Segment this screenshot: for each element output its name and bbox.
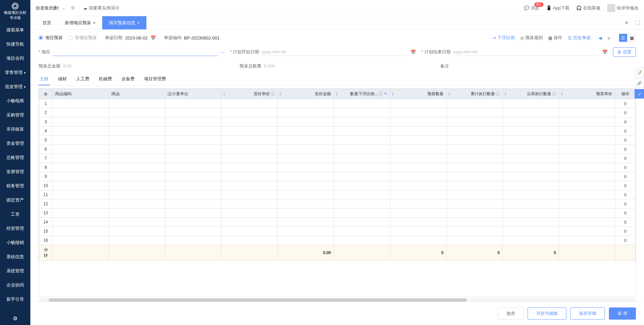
- cell[interactable]: [559, 136, 615, 145]
- sort-icon[interactable]: ▲▼: [560, 92, 563, 96]
- cell[interactable]: [559, 209, 615, 218]
- column-header-8[interactable]: ▲▼出库执行数量ⓘ: [503, 89, 559, 99]
- category-tab-2[interactable]: 人工费: [75, 73, 91, 85]
- cell[interactable]: [165, 209, 221, 218]
- cell[interactable]: [221, 145, 278, 154]
- cell[interactable]: [109, 218, 165, 227]
- column-header-7[interactable]: ▲▼累计执行数量ⓘ: [446, 89, 503, 99]
- cell[interactable]: [334, 99, 390, 108]
- cell[interactable]: [221, 154, 278, 163]
- column-header-2[interactable]: ▲▼主计量单位: [165, 89, 221, 99]
- view-grid-icon[interactable]: ▦: [628, 34, 636, 42]
- cell[interactable]: [165, 236, 221, 245]
- cell[interactable]: [559, 190, 615, 199]
- demo-link[interactable]: ☁ 我要看实例演示: [83, 5, 119, 11]
- cell[interactable]: [559, 108, 615, 117]
- cell[interactable]: [221, 136, 278, 145]
- category-tab-1[interactable]: 辅材: [57, 73, 68, 85]
- cell[interactable]: [446, 218, 503, 227]
- cell[interactable]: [446, 199, 503, 209]
- delete-icon[interactable]: 🗑: [623, 110, 627, 115]
- cell[interactable]: [165, 117, 221, 127]
- float-expand-icon[interactable]: ⤢: [635, 89, 644, 99]
- cell[interactable]: [278, 163, 334, 172]
- save-template-button[interactable]: 另存为模板: [528, 307, 566, 320]
- table-row[interactable]: 16🗑: [39, 236, 636, 245]
- cell[interactable]: [221, 227, 278, 236]
- cell[interactable]: [503, 181, 559, 190]
- table-row[interactable]: 4🗑: [39, 127, 636, 136]
- cell[interactable]: [109, 117, 165, 127]
- cell[interactable]: [221, 117, 278, 127]
- cell[interactable]: [503, 218, 559, 227]
- delete-icon[interactable]: 🗑: [623, 156, 627, 161]
- cell[interactable]: [559, 236, 615, 245]
- cell[interactable]: [503, 163, 559, 172]
- help-icon[interactable]: ⓘ: [552, 91, 556, 96]
- close-icon[interactable]: ×: [137, 21, 140, 25]
- cell[interactable]: [390, 209, 446, 218]
- cell[interactable]: [390, 181, 446, 190]
- nav-item-0[interactable]: 搜索菜单: [0, 23, 30, 37]
- remark-input[interactable]: [452, 62, 636, 70]
- cell[interactable]: [503, 236, 559, 245]
- cell[interactable]: [390, 145, 446, 154]
- cell[interactable]: [334, 236, 390, 245]
- sort-icon[interactable]: ▲▼: [448, 92, 451, 96]
- cell[interactable]: [446, 136, 503, 145]
- nav-item-15[interactable]: 小畅报销: [0, 236, 30, 250]
- cell[interactable]: [109, 190, 165, 199]
- cell[interactable]: [278, 227, 334, 236]
- cell[interactable]: [559, 127, 615, 136]
- app-download-button[interactable]: 📱 App下载: [546, 5, 569, 11]
- cell[interactable]: [165, 172, 221, 181]
- doc-date-value[interactable]: 2023-06-02: [125, 35, 148, 40]
- delete-icon[interactable]: 🗑: [623, 211, 627, 215]
- cell[interactable]: [446, 108, 503, 117]
- float-ratio-link[interactable]: ≡ 下浮比例: [493, 35, 515, 41]
- nav-item-12[interactable]: 固定资产: [0, 193, 30, 207]
- settings-button[interactable]: ⚙ 设置: [613, 47, 636, 57]
- cell[interactable]: [446, 227, 503, 236]
- column-header-0[interactable]: ▲▼商品编码: [53, 89, 109, 99]
- cell[interactable]: [53, 209, 109, 218]
- cell[interactable]: [390, 154, 446, 163]
- cell[interactable]: [390, 108, 446, 117]
- cell[interactable]: [503, 209, 559, 218]
- table-row[interactable]: 13🗑: [39, 209, 636, 218]
- cell[interactable]: [53, 227, 109, 236]
- cell[interactable]: [278, 199, 334, 209]
- column-header-3[interactable]: ▲▼造价单价ⓘ: [221, 89, 278, 99]
- cell[interactable]: [559, 227, 615, 236]
- cell[interactable]: [390, 190, 446, 199]
- cell[interactable]: [165, 163, 221, 172]
- cell[interactable]: [109, 154, 165, 163]
- cell[interactable]: [278, 108, 334, 117]
- budget-rule-link[interactable]: ◎ 预算规则: [520, 35, 543, 41]
- column-header-1[interactable]: ▲▼商品: [109, 89, 165, 99]
- table-row[interactable]: 6🗑: [39, 145, 636, 154]
- delete-icon[interactable]: 🗑: [623, 147, 627, 152]
- cell[interactable]: [559, 172, 615, 181]
- cell[interactable]: [278, 117, 334, 127]
- cell[interactable]: [278, 218, 334, 227]
- cell[interactable]: [334, 209, 390, 218]
- nav-item-9[interactable]: 总账管理: [0, 151, 30, 165]
- cell[interactable]: [446, 99, 503, 108]
- cell[interactable]: [503, 227, 559, 236]
- cell[interactable]: [53, 181, 109, 190]
- project-input[interactable]: [53, 48, 218, 56]
- delete-icon[interactable]: 🗑: [623, 129, 627, 133]
- delete-icon[interactable]: 🗑: [623, 192, 627, 197]
- float-note-icon[interactable]: 📝: [635, 67, 644, 77]
- nav-item-4[interactable]: 批发管理▾: [0, 80, 30, 94]
- table-gear-header[interactable]: ⚙: [39, 89, 53, 99]
- calendar-icon[interactable]: 📅: [411, 50, 416, 55]
- cell[interactable]: [221, 99, 278, 108]
- cell[interactable]: [221, 127, 278, 136]
- delete-icon[interactable]: 🗑: [623, 119, 627, 124]
- nav-item-7[interactable]: 库存核算: [0, 122, 30, 136]
- nav-item-8[interactable]: 资金管理: [0, 136, 30, 151]
- nav-item-1[interactable]: 快捷导航: [0, 37, 30, 51]
- lookup-icon[interactable]: ⋯: [220, 50, 225, 55]
